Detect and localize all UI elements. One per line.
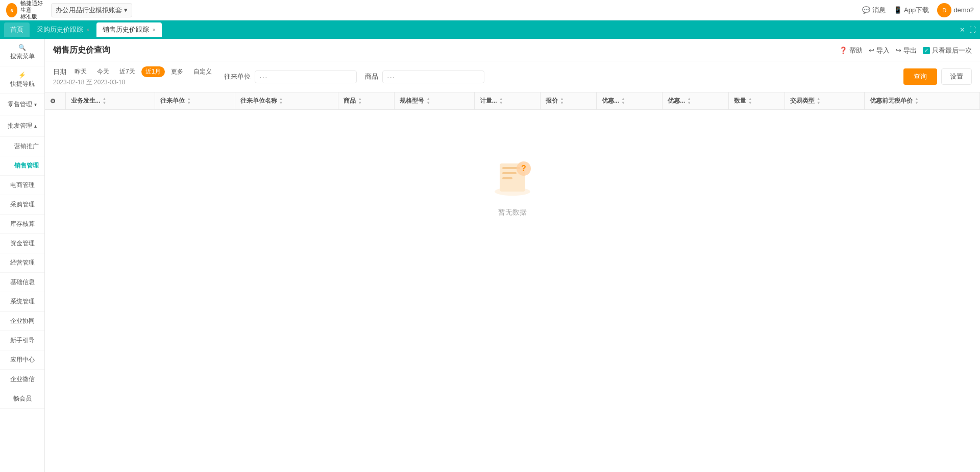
sidebar-item-vip[interactable]: 畅会员 bbox=[0, 389, 44, 409]
tab-home[interactable]: 首页 bbox=[4, 22, 30, 37]
sidebar-item-marketing[interactable]: 营销推广 bbox=[0, 137, 44, 156]
checkbox-checked-icon: ✓ bbox=[923, 47, 930, 54]
workspace-label: 办公用品行业模拟账套 bbox=[56, 6, 122, 15]
col-price[interactable]: 报价 ▲▼ bbox=[541, 92, 597, 110]
col-biz-date[interactable]: 业务发生... ▲▼ bbox=[65, 92, 155, 110]
sidebar-item-ecom-mgmt[interactable]: 电商管理 bbox=[0, 176, 44, 195]
sidebar-item-finance-mgmt[interactable]: 资金管理 bbox=[0, 234, 44, 253]
page-title: 销售历史价查询 bbox=[53, 45, 110, 56]
product-input[interactable]: ··· bbox=[382, 70, 484, 83]
date-pills: 昨天 今天 近7天 近1月 更多 自定义 bbox=[70, 66, 216, 77]
export-button[interactable]: ↪ 导出 bbox=[896, 46, 917, 55]
page-title-row: 销售历史价查询 ❓ 帮助 ↩ 导入 ↪ 导出 ✓ bbox=[53, 45, 972, 56]
content-area: 销售历史价查询 ❓ 帮助 ↩ 导入 ↪ 导出 ✓ bbox=[45, 39, 980, 472]
date-range-text: 2023-02-18 至 2023-03-18 bbox=[53, 78, 216, 87]
col-partner-code[interactable]: 往来单位 ▲▼ bbox=[155, 92, 235, 110]
sidebar-item-search-menu[interactable]: 🔍 搜索菜单 bbox=[0, 39, 44, 66]
chevron-up-icon: ▴ bbox=[34, 123, 37, 129]
page-actions: ❓ 帮助 ↩ 导入 ↪ 导出 ✓ 只看最后一次 bbox=[839, 46, 972, 55]
sidebar-item-enterprise-wechat[interactable]: 企业微信 bbox=[0, 370, 44, 389]
sidebar-item-inventory[interactable]: 库存核算 bbox=[0, 215, 44, 234]
help-icon: ❓ bbox=[839, 46, 847, 54]
svg-text:6: 6 bbox=[11, 8, 13, 13]
tab-purchase-history-close[interactable]: × bbox=[86, 27, 89, 33]
logo-icon: 6 bbox=[6, 3, 17, 17]
table-header: ⚙ 业务发生... ▲▼ 往来单位 ▲▼ bbox=[45, 92, 980, 110]
sidebar-item-app-center[interactable]: 应用中心 bbox=[0, 350, 44, 370]
top-bar: 6 畅捷通好生意 标准版 办公用品行业模拟账套 ▾ 💬 消息 📱 App下载 D… bbox=[0, 0, 980, 20]
close-window-icon[interactable]: ✕ bbox=[960, 26, 965, 34]
product-placeholder: ··· bbox=[387, 73, 396, 81]
sidebar: 🔍 搜索菜单 ⚡ 快捷导航 零售管理 ▾ 批发管理 ▴ 营销推广 销售管理 电商… bbox=[0, 39, 45, 472]
partner-input[interactable]: ··· bbox=[255, 70, 357, 83]
tab-bar-right: ✕ ⛶ bbox=[960, 26, 976, 34]
svg-rect-5 bbox=[502, 172, 517, 174]
sidebar-item-sales-mgmt[interactable]: 销售管理 bbox=[0, 156, 44, 176]
nav-icon: ⚡ bbox=[18, 72, 26, 79]
export-icon: ↪ bbox=[896, 46, 901, 54]
date-pill-more[interactable]: 更多 bbox=[167, 66, 187, 77]
col-trade-type[interactable]: 交易类型 ▲▼ bbox=[785, 92, 864, 110]
date-pill-yesterday[interactable]: 昨天 bbox=[70, 66, 91, 77]
col-product[interactable]: 商品 ▲▼ bbox=[338, 92, 395, 110]
query-button[interactable]: 查询 bbox=[903, 68, 937, 85]
sidebar-item-enterprise-collab[interactable]: 企业协同 bbox=[0, 312, 44, 331]
tab-sales-history-label: 销售历史价跟踪 bbox=[103, 25, 149, 34]
col-discount2[interactable]: 优惠... ▲▼ bbox=[663, 92, 728, 110]
user-menu[interactable]: D demo2 bbox=[937, 3, 974, 17]
sidebar-item-ops-mgmt[interactable]: 经营管理 bbox=[0, 253, 44, 273]
product-label: 商品 bbox=[365, 72, 378, 81]
sidebar-item-quick-nav[interactable]: ⚡ 快捷导航 bbox=[0, 66, 44, 94]
date-pill-today[interactable]: 今天 bbox=[93, 66, 113, 77]
tab-sales-history[interactable]: 销售历史价跟踪 × bbox=[96, 22, 161, 37]
settings-icon[interactable]: ⚙ bbox=[50, 98, 56, 105]
sidebar-item-retail-mgmt[interactable]: 零售管理 ▾ bbox=[0, 94, 44, 115]
sidebar-item-basic-info[interactable]: 基础信息 bbox=[0, 273, 44, 292]
date-pill-custom[interactable]: 自定义 bbox=[189, 66, 216, 77]
sidebar-item-new-guide[interactable]: 新手引导 bbox=[0, 331, 44, 350]
sidebar-item-wholesale-mgmt[interactable]: 批发管理 ▴ bbox=[0, 115, 44, 137]
table-container: ⚙ 业务发生... ▲▼ 往来单位 ▲▼ bbox=[45, 92, 980, 472]
col-discount1[interactable]: 优惠... ▲▼ bbox=[596, 92, 662, 110]
date-label: 日期 bbox=[53, 67, 66, 77]
tab-sales-history-close[interactable]: × bbox=[152, 27, 155, 33]
col-spec[interactable]: 规格型号 ▲▼ bbox=[395, 92, 474, 110]
tab-bar: 首页 采购历史价跟踪 × 销售历史价跟踪 × ✕ ⛶ bbox=[0, 20, 980, 39]
empty-state: ? 暂无数据 bbox=[45, 110, 980, 258]
maximize-icon[interactable]: ⛶ bbox=[969, 26, 976, 34]
col-price-notax[interactable]: 优惠前无税单价 ▲▼ bbox=[865, 92, 980, 110]
sidebar-item-purchase-mgmt[interactable]: 采购管理 bbox=[0, 195, 44, 215]
product-filter-group: 商品 ··· bbox=[365, 70, 484, 83]
top-bar-right: 💬 消息 📱 App下载 D demo2 bbox=[862, 3, 974, 17]
tab-purchase-history[interactable]: 采购历史价跟踪 × bbox=[31, 22, 95, 37]
svg-text:?: ? bbox=[521, 164, 526, 173]
empty-icon: ? bbox=[487, 151, 538, 202]
avatar: D bbox=[937, 3, 951, 17]
message-button[interactable]: 💬 消息 bbox=[862, 6, 886, 15]
date-pill-last7days[interactable]: 近7天 bbox=[115, 66, 139, 77]
page-header: 销售历史价查询 ❓ 帮助 ↩ 导入 ↪ 导出 ✓ bbox=[45, 39, 980, 61]
download-icon: 📱 bbox=[894, 6, 902, 14]
import-button[interactable]: ↩ 导入 bbox=[869, 46, 890, 55]
import-icon: ↩ bbox=[869, 46, 874, 54]
help-button[interactable]: ❓ 帮助 bbox=[839, 46, 863, 55]
sidebar-item-system-mgmt[interactable]: 系统管理 bbox=[0, 292, 44, 312]
col-unit[interactable]: 计量... ▲▼ bbox=[474, 92, 540, 110]
search-icon: 🔍 bbox=[18, 44, 26, 51]
settings-button[interactable]: 设置 bbox=[941, 68, 972, 85]
message-icon: 💬 bbox=[862, 6, 870, 14]
username-label: demo2 bbox=[953, 6, 974, 14]
col-quantity[interactable]: 数量 ▲▼ bbox=[728, 92, 785, 110]
logo-area: 6 畅捷通好生意 标准版 bbox=[6, 0, 47, 20]
app-download-button[interactable]: 📱 App下载 bbox=[894, 6, 929, 15]
chevron-down-icon: ▾ bbox=[34, 102, 37, 107]
col-partner-name[interactable]: 往来单位名称 ▲▼ bbox=[235, 92, 338, 110]
show-last-toggle[interactable]: ✓ 只看最后一次 bbox=[923, 46, 972, 55]
logo-text: 畅捷通好生意 标准版 bbox=[20, 0, 47, 20]
filter-actions: 查询 设置 bbox=[903, 68, 972, 85]
workspace-selector[interactable]: 办公用品行业模拟账套 ▾ bbox=[51, 3, 132, 17]
date-pill-last1month[interactable]: 近1月 bbox=[141, 66, 165, 77]
main-layout: 🔍 搜索菜单 ⚡ 快捷导航 零售管理 ▾ 批发管理 ▴ 营销推广 销售管理 电商… bbox=[0, 39, 980, 472]
empty-text: 暂无数据 bbox=[498, 208, 527, 217]
col-settings[interactable]: ⚙ bbox=[45, 92, 65, 110]
